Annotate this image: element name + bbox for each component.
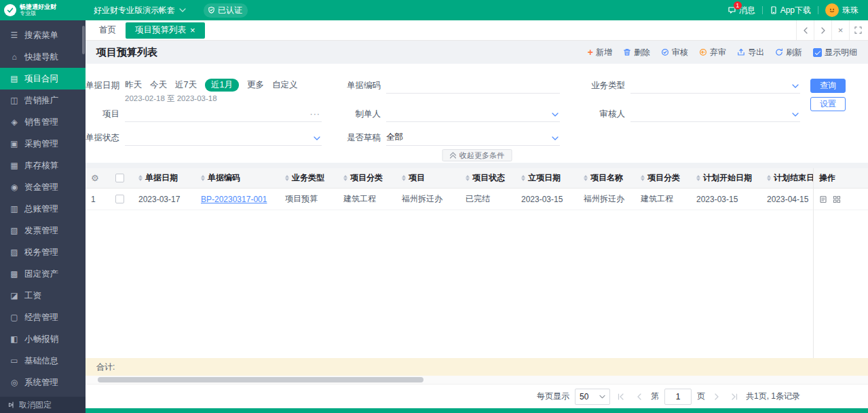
sort-icon[interactable] — [343, 175, 347, 181]
scrollbar-thumb[interactable] — [98, 377, 423, 382]
delete-button[interactable]: 删除 — [623, 47, 650, 58]
payroll-icon: ◪ — [10, 291, 19, 300]
project-picker[interactable]: ··· — [125, 106, 322, 122]
tab-scroll-right-button[interactable] — [814, 20, 831, 40]
cell-plan-start: 2023-03-15 — [691, 195, 761, 204]
first-page-button[interactable] — [616, 391, 628, 403]
audit-button[interactable]: 审核 — [661, 47, 688, 58]
add-button[interactable]: + 新增 — [588, 47, 612, 58]
date-option-today[interactable]: 今天 — [150, 79, 167, 91]
sidebar-item-inventory[interactable]: ▦库存核算 — [0, 155, 86, 176]
col-plan-start[interactable]: 计划开始日期 — [691, 172, 761, 184]
cell-doc-date: 2023-03-17 — [133, 195, 195, 204]
select-all-checkbox[interactable] — [115, 174, 124, 182]
col-setup-date[interactable]: 立项日期 — [516, 172, 578, 184]
col-proj-class[interactable]: 项目分类 — [338, 172, 396, 184]
sidebar-item-reimburse[interactable]: ◧小畅报销 — [0, 328, 86, 350]
per-page-select[interactable]: 50 — [575, 389, 610, 405]
sidebar-item-invoice[interactable]: ▧发票管理 — [0, 220, 86, 241]
col-proj-name[interactable]: 项目名称 — [578, 172, 635, 184]
sort-icon[interactable] — [584, 175, 588, 181]
sort-icon[interactable] — [466, 175, 470, 181]
sidebar-item-payroll[interactable]: ◪工资 — [0, 285, 86, 307]
col-doc-date[interactable]: 单据日期 — [133, 172, 195, 184]
sort-icon[interactable] — [696, 175, 700, 181]
messages-button[interactable]: 1 消息 — [728, 5, 755, 16]
collapse-filters-button[interactable]: 收起更多条件 — [442, 149, 512, 161]
row-checkbox[interactable] — [115, 195, 124, 203]
prev-page-button[interactable] — [633, 391, 645, 403]
row-detail-icon[interactable] — [819, 195, 827, 203]
col-project[interactable]: 项目 — [396, 172, 460, 184]
app-download-button[interactable]: App下载 — [770, 5, 811, 16]
refresh-button[interactable]: 刷新 — [775, 47, 802, 58]
sort-icon[interactable] — [285, 175, 289, 181]
sort-icon[interactable] — [521, 175, 525, 181]
sidebar-item-fixed-assets[interactable]: ▩固定资产 — [0, 263, 86, 285]
settings-button[interactable]: 设置 — [810, 97, 846, 111]
sidebar-item-project-contract[interactable]: ▤项目合同 — [0, 68, 86, 90]
table-row[interactable]: 1 2023-03-17 BP-20230317-001 项目预算 建筑工程 福… — [86, 189, 868, 210]
query-button[interactable]: 查询 — [810, 79, 846, 93]
row-related-icon[interactable] — [833, 195, 841, 203]
close-all-tabs-button[interactable]: × — [831, 20, 849, 40]
biz-type-select[interactable] — [630, 77, 800, 94]
tab-project-budget-list[interactable]: 项目预算列表 × — [126, 22, 205, 39]
close-icon[interactable]: × — [190, 26, 195, 35]
sidebar-item-base-info[interactable]: ▭基础信息 — [0, 350, 86, 372]
show-detail-toggle[interactable]: 显示明细 — [813, 47, 857, 58]
col-proj-class-2[interactable]: 项目分类 — [635, 172, 691, 184]
tab-home[interactable]: 首页 — [90, 22, 126, 39]
sidebar-item-funds[interactable]: ◉资金管理 — [0, 176, 86, 198]
unaudit-button[interactable]: 弃审 — [699, 47, 726, 58]
sidebar-scrollbar[interactable] — [82, 26, 85, 54]
show-detail-checkbox[interactable] — [813, 48, 822, 57]
sidebar-item-operations[interactable]: ▢经营管理 — [0, 307, 86, 328]
cell-setup-date: 2023-03-15 — [516, 195, 578, 204]
doc-code-input[interactable] — [386, 77, 560, 94]
sidebar-item-ledger[interactable]: ▥总账管理 — [0, 198, 86, 220]
date-option-yesterday[interactable]: 昨天 — [125, 79, 142, 91]
tab-scroll-left-button[interactable] — [796, 20, 814, 40]
divider — [818, 6, 818, 14]
sort-icon[interactable] — [767, 175, 771, 181]
sort-icon[interactable] — [201, 175, 205, 181]
last-page-button[interactable] — [728, 391, 740, 403]
sidebar-item-label: 项目合同 — [24, 73, 58, 85]
unpin-button[interactable]: 取消固定 — [0, 397, 86, 413]
sidebar-item-purchase[interactable]: ▣采购管理 — [0, 133, 86, 155]
sidebar-item-system[interactable]: ◎系统管理 — [0, 372, 86, 393]
date-option-1month[interactable]: 近1月 — [205, 79, 239, 92]
gear-icon: ◎ — [10, 378, 19, 387]
auditor-select[interactable] — [630, 106, 800, 122]
sidebar-item-tax[interactable]: ▨税务管理 — [0, 241, 86, 263]
doc-code-link[interactable]: BP-20230317-001 — [201, 195, 267, 204]
col-biz-type[interactable]: 业务类型 — [280, 172, 338, 184]
sort-icon[interactable] — [402, 175, 406, 181]
date-option-more[interactable]: 更多 — [247, 79, 264, 91]
date-option-custom[interactable]: 自定义 — [272, 79, 298, 91]
doc-status-select[interactable] — [125, 130, 322, 146]
creator-select[interactable] — [386, 106, 560, 122]
creator-label: 制单人 — [347, 106, 381, 120]
col-proj-status[interactable]: 项目状态 — [460, 172, 516, 184]
page-number-input[interactable] — [664, 389, 692, 405]
date-option-7days[interactable]: 近7天 — [175, 79, 197, 91]
sidebar-item-marketing[interactable]: ◫营销推广 — [0, 90, 86, 111]
next-page-button[interactable] — [711, 391, 723, 403]
col-plan-end[interactable]: 计划结束日期 — [761, 172, 814, 184]
sort-icon[interactable] — [138, 175, 143, 181]
column-settings-button[interactable]: ⚙ — [86, 173, 110, 183]
export-button[interactable]: 导出 — [737, 47, 764, 58]
user-menu[interactable]: 珠珠 — [825, 3, 858, 17]
sidebar-item-sales[interactable]: ◈销售管理 — [0, 111, 86, 133]
ellipsis-picker-icon[interactable]: ··· — [310, 109, 321, 119]
chevron-double-up-icon — [449, 152, 456, 159]
sidebar-item-search-menu[interactable]: ☰搜索菜单 — [0, 24, 86, 46]
fullscreen-icon[interactable] — [849, 20, 867, 40]
sidebar-item-quick-nav[interactable]: ⌂快捷导航 — [0, 46, 86, 68]
sort-icon[interactable] — [641, 175, 645, 181]
draft-select[interactable]: 全部 — [386, 130, 560, 146]
col-doc-code[interactable]: 单据编码 — [195, 172, 280, 184]
account-switcher[interactable]: 好业财专业版演示帐套 — [94, 5, 186, 16]
